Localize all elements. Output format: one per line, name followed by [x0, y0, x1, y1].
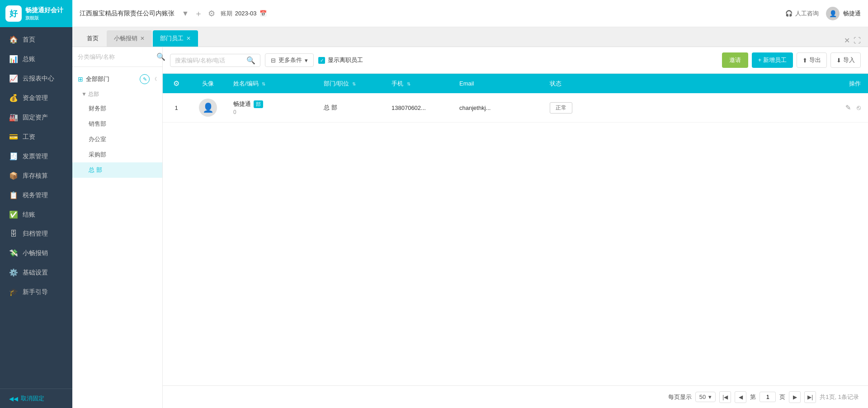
company-dropdown-icon[interactable]: ▼	[182, 9, 189, 18]
name-col-header[interactable]: 姓名/编码 ⇅	[226, 74, 316, 93]
dept-col-label: 部门/职位	[324, 80, 349, 87]
sidebar-item-label: 小畅报销	[23, 249, 48, 257]
dept-item-office[interactable]: 办公室	[72, 132, 162, 147]
sidebar-item-close[interactable]: ✅ 结账	[0, 205, 72, 224]
phone-sort-icon[interactable]: ⇅	[407, 81, 410, 86]
sidebar-item-tax[interactable]: 📋 税务管理	[0, 185, 72, 205]
support-label: 人工咨询	[795, 9, 819, 18]
sidebar-item-finance[interactable]: 💰 资金管理	[0, 88, 72, 108]
sidebar-item-home[interactable]: 🏠 首页	[0, 30, 72, 49]
dept-col-header[interactable]: 部门/职位 ⇅	[316, 74, 384, 93]
dept-group-zongbu: ▼ 总部	[72, 88, 162, 101]
sidebar-item-label: 云报表中心	[23, 75, 54, 83]
sidebar-item-label: 库存核算	[23, 172, 48, 180]
sidebar: 好 畅捷通好会计 旗舰版 🏠 首页 📊 总账 📈 云报表中心 💰 资金管理 🏭 …	[0, 0, 72, 408]
dept-item-procurement[interactable]: 采购部	[72, 147, 162, 162]
dept-panel: 🔍 ⊞ 全部部门 ✎ 《 ▼ 总部 财务部 销售部 办公室 采购部 总 部	[72, 47, 163, 408]
expense-icon: 💸	[9, 249, 18, 257]
employee-name-text: 畅捷通	[233, 100, 251, 108]
add-employee-button[interactable]: + 新增员工	[752, 52, 793, 68]
settings-col-header[interactable]: ⚙	[163, 74, 190, 93]
period-value: 2023-03	[235, 10, 257, 17]
sidebar-item-invoice[interactable]: 🧾 发票管理	[0, 147, 72, 166]
import-label: 导入	[843, 56, 855, 64]
logout-employee-icon[interactable]: ⎋	[857, 104, 861, 111]
close-employees-tab-icon[interactable]: ✕	[186, 35, 191, 42]
close-expense-tab-icon[interactable]: ✕	[140, 35, 145, 42]
actions-col-header: 操作	[633, 74, 868, 93]
tab-expense[interactable]: 小畅报销 ✕	[107, 30, 152, 47]
total-info: 共1页, 1条记录	[820, 393, 859, 401]
collapse-icon[interactable]: 《	[152, 76, 157, 82]
dept-item-zongbu[interactable]: 总 部	[72, 162, 162, 178]
home-icon: 🏠	[9, 35, 18, 44]
next-page-button[interactable]: ▶	[789, 391, 801, 403]
grid-icon: ⊞	[78, 76, 83, 83]
show-resigned-checkbox[interactable]: ✓	[318, 57, 325, 64]
topbar-settings-icon[interactable]: ⚙	[208, 9, 215, 19]
sidebar-item-guide[interactable]: 🎓 新手引导	[0, 282, 72, 302]
cancel-pin-button[interactable]: ◀◀ 取消固定	[0, 389, 72, 408]
expand-tab-action-icon[interactable]: ⛶	[854, 37, 861, 45]
sidebar-item-label: 税务管理	[23, 191, 48, 199]
status-col-header: 状态	[542, 74, 633, 93]
ledger-icon: 📊	[9, 55, 18, 63]
edit-employee-icon[interactable]: ✎	[845, 104, 851, 111]
page-size-select[interactable]: 50 ▾	[695, 392, 716, 402]
table-row: 1 👤 畅捷通 部 0 总 部	[163, 93, 868, 123]
sidebar-item-ledger[interactable]: 📊 总账	[0, 49, 72, 69]
export-icon: ⬆	[802, 57, 807, 64]
dept-item-finance[interactable]: 财务部	[72, 101, 162, 116]
tab-home[interactable]: 首页	[80, 30, 106, 47]
avatar: 👤	[826, 7, 840, 20]
app-logo: 好 畅捷通好会计 旗舰版	[0, 0, 72, 27]
all-dept-label: 全部部门	[86, 75, 109, 83]
all-dept-header[interactable]: ⊞ 全部部门 ✎ 《	[72, 71, 162, 88]
close-tab-action-icon[interactable]: ✕	[844, 36, 850, 45]
export-button[interactable]: ⬆ 导出	[797, 52, 827, 68]
sidebar-item-assets[interactable]: 🏭 固定资产	[0, 108, 72, 127]
invite-button[interactable]: 邀请	[722, 52, 748, 68]
sidebar-item-inventory[interactable]: 📦 库存核算	[0, 166, 72, 185]
period-label: 账期	[221, 9, 232, 18]
sidebar-item-label: 基础设置	[23, 269, 48, 277]
row-email: chanjethkj...	[452, 93, 542, 123]
dept-search-input[interactable]	[78, 53, 154, 60]
left-arrow-icon: ◀◀	[9, 395, 18, 402]
user-menu[interactable]: 👤 畅捷通	[826, 7, 861, 20]
dept-item-sales[interactable]: 销售部	[72, 116, 162, 132]
page-number-input[interactable]	[760, 392, 776, 402]
edit-dept-icon[interactable]: ✎	[140, 74, 150, 84]
employee-name: 畅捷通 部	[233, 100, 309, 108]
sidebar-item-payroll[interactable]: 💳 工资	[0, 127, 72, 147]
page-size-value: 50	[699, 394, 706, 400]
topbar-right: 🎧 人工咨询 👤 畅捷通	[785, 7, 861, 20]
tabs-right-actions: ✕ ⛶	[844, 36, 861, 47]
tab-employees[interactable]: 部门员工 ✕	[153, 30, 198, 47]
sidebar-item-settings[interactable]: ⚙️ 基础设置	[0, 263, 72, 282]
last-page-button[interactable]: ▶|	[804, 391, 816, 403]
sidebar-item-reports[interactable]: 📈 云报表中心	[0, 69, 72, 88]
first-page-button[interactable]: |◀	[719, 391, 731, 403]
dept-sort-icon[interactable]: ⇅	[352, 81, 356, 86]
row-avatar: 👤	[190, 93, 226, 123]
avatar-image: 👤	[199, 99, 217, 117]
invoice-icon: 🧾	[9, 152, 18, 161]
add-company-icon[interactable]: ＋	[194, 8, 203, 19]
calendar-icon[interactable]: 📅	[259, 10, 267, 17]
tabs-bar: 首页 小畅报销 ✕ 部门员工 ✕ ✕ ⛶	[72, 27, 868, 47]
status-badge: 正常	[550, 102, 572, 114]
row-num: 1	[163, 93, 190, 123]
show-resigned-toggle[interactable]: ✓ 显示离职员工	[318, 56, 363, 64]
avatar-col-header: 头像	[190, 74, 226, 93]
support-button[interactable]: 🎧 人工咨询	[785, 9, 819, 18]
name-sort-icon[interactable]: ⇅	[262, 81, 265, 86]
phone-col-header[interactable]: 手机 ⇅	[384, 74, 452, 93]
filter-button[interactable]: ⊟ 更多条件 ▾	[265, 53, 314, 67]
prev-page-button[interactable]: ◀	[735, 391, 746, 403]
phone-col-label: 手机	[392, 80, 403, 87]
sidebar-item-expense[interactable]: 💸 小畅报销	[0, 243, 72, 263]
employee-search-input[interactable]	[175, 57, 244, 64]
sidebar-item-archive[interactable]: 🗄 归档管理	[0, 224, 72, 243]
import-button[interactable]: ⬇ 导入	[830, 52, 861, 68]
